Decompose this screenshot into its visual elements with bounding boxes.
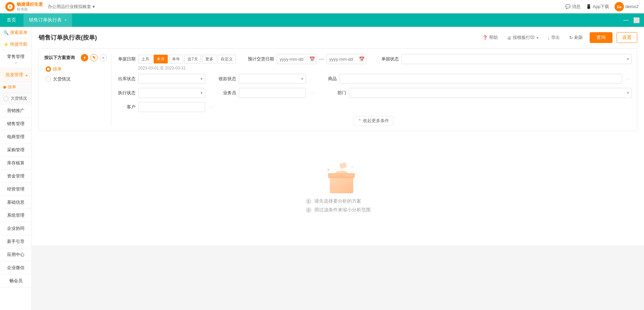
customer-input[interactable] xyxy=(138,102,205,112)
refresh-label: 刷新 xyxy=(574,35,583,41)
doc-status-select[interactable] xyxy=(401,54,632,64)
help-label: 帮助 xyxy=(489,35,498,41)
help-btn[interactable]: ❓ 帮助 xyxy=(480,33,500,42)
sidebar-item-marketing[interactable]: 营销推广 xyxy=(0,104,32,117)
sidebar-item-sales[interactable]: 销售管理 xyxy=(0,117,32,131)
filter-add-icon[interactable]: + xyxy=(81,54,88,61)
exec-status-select[interactable] xyxy=(138,88,205,98)
sidebar-item-weixin[interactable]: 企业微信 xyxy=(0,261,32,274)
sidebar-item-newbie[interactable]: 新手引导 xyxy=(0,235,32,248)
empty-tips: 1 请先选择要分析的方案 2 用过滤条件来缩小分析范围 xyxy=(306,198,371,213)
sidebar-quick-nav[interactable]: ⚡ 快捷导航 xyxy=(0,39,32,50)
header-right: 💬 消息 📱 App下载 Ea demo2 xyxy=(565,2,639,11)
sidebar-item-inventory[interactable]: 库存核算 xyxy=(0,157,32,170)
filter-side-panel: 按以下方案查询 + ✎ « xyxy=(44,54,632,125)
sidebar-operation-label: 经营管理 xyxy=(7,186,24,192)
breadcrumb-chevron-icon: ▾ xyxy=(93,4,95,9)
tab-minimize-icon[interactable]: — xyxy=(622,16,630,24)
receive-status-label: 收款状态 xyxy=(216,76,236,82)
filter-receive-status-field: 收款状态 xyxy=(216,74,306,84)
sidebar-item-system[interactable]: 系统管理 xyxy=(0,209,32,222)
message-label: 消息 xyxy=(572,4,581,10)
sidebar-subitem-order[interactable]: 按单 xyxy=(0,82,32,93)
tab-sales-order[interactable]: 销售订单执行表 × xyxy=(23,13,72,27)
app-download-btn[interactable]: 📱 App下载 xyxy=(586,4,609,10)
expected-date-start-wrap: 📅 xyxy=(277,54,317,64)
sidebar-item-member[interactable]: 畅会员 xyxy=(0,274,32,288)
page-title-bar: 销售订单执行表(按单) ❓ 帮助 🖨 按模板打印 ▾ ↓ 导出 xyxy=(39,32,637,43)
tab-home[interactable]: 首页 xyxy=(0,13,23,27)
date-tag-more[interactable]: 更多 xyxy=(202,55,216,63)
filter-customer-field: 客户 ··· xyxy=(115,102,215,112)
filter-expected-date-field: 预计交货日期 📅 — 📅 xyxy=(248,54,367,64)
home-tab-label: 首页 xyxy=(7,17,16,23)
filter-scheme-order[interactable]: 按单 xyxy=(44,64,107,74)
filter-edit-icon[interactable]: ✎ xyxy=(90,54,98,61)
logo-text: 畅捷通好生意 标准版 xyxy=(17,2,43,11)
product-label: 商品 xyxy=(317,76,337,82)
date-tag-this-year[interactable]: 本年 xyxy=(169,55,183,63)
breadcrumb-dropdown[interactable]: 办公用品行业模拟账套 ▾ xyxy=(46,3,97,10)
svg-point-0 xyxy=(47,68,50,70)
sidebar-item-operation[interactable]: 经营管理 xyxy=(0,183,32,196)
sidebar-subitem-debt-label: 欠货情况 xyxy=(11,96,27,101)
refresh-btn[interactable]: ↻ 刷新 xyxy=(567,33,586,42)
expected-date-end[interactable] xyxy=(326,54,367,64)
tab-maximize-icon[interactable]: ⬜ xyxy=(633,16,641,24)
filter-product-field: 商品 ··· xyxy=(317,74,632,84)
salesperson-more-icon[interactable]: ··· xyxy=(309,90,315,96)
date-tag-custom[interactable]: 自定义 xyxy=(218,55,236,63)
out-status-select[interactable] xyxy=(138,74,205,84)
sidebar-quick-label: 快捷导航 xyxy=(10,41,28,47)
tab-label: 销售订单执行表 xyxy=(29,17,62,23)
sidebar-item-finance[interactable]: 资金管理 xyxy=(0,170,32,183)
department-select[interactable] xyxy=(349,88,632,98)
out-status-select-wrap xyxy=(138,74,205,84)
message-icon: 💬 xyxy=(565,4,571,9)
avatar: Ea xyxy=(614,2,624,11)
receive-status-select[interactable] xyxy=(239,74,306,84)
message-btn[interactable]: 💬 消息 xyxy=(565,4,581,10)
sidebar-item-basic[interactable]: 基础信息 xyxy=(0,196,32,209)
print-dropdown-icon: ▾ xyxy=(537,36,538,40)
filter-scheme-debt[interactable]: 欠货情况 xyxy=(44,74,107,84)
tab-bar: 首页 销售订单执行表 × — ⬜ xyxy=(0,13,644,27)
tab-close-icon[interactable]: × xyxy=(64,18,67,22)
sidebar-subitem-debt[interactable]: 欠货情况 xyxy=(0,93,32,104)
print-btn[interactable]: 🖨 按模板打印 ▾ xyxy=(504,33,541,42)
sidebar-search[interactable]: 🔍 搜索菜单 xyxy=(0,27,32,39)
export-btn[interactable]: ↓ 导出 xyxy=(545,33,563,42)
top-header: 畅捷通好生意 标准版 办公用品行业模拟账套 ▾ 💬 消息 📱 App下载 Ea … xyxy=(0,0,644,13)
product-input[interactable] xyxy=(339,74,622,84)
sidebar-enterprise-label: 企业协同 xyxy=(7,225,24,231)
date-tag-7days[interactable]: 近7天 xyxy=(184,55,201,63)
query-button[interactable]: 查询 xyxy=(590,32,612,43)
filter-collapse-panel-icon[interactable]: « xyxy=(100,54,107,61)
refresh-icon: ↻ xyxy=(569,35,573,40)
sidebar-item-purchase[interactable]: 采购管理 xyxy=(0,144,32,157)
sidebar-item-retail[interactable]: 零售管理 ▾ xyxy=(0,50,32,68)
filter-section-title: 按以下方案查询 xyxy=(44,55,75,61)
settings-button[interactable]: 设置 xyxy=(616,32,637,43)
empty-icon: ✦ ✦ ✦ xyxy=(321,158,355,192)
filter-left-panel: 按以下方案查询 + ✎ « xyxy=(44,54,111,125)
sidebar-item-wholesale[interactable]: 批发管理 ▴ xyxy=(0,68,32,82)
date-tag-this-month[interactable]: 本月 xyxy=(154,55,168,63)
salesperson-input[interactable] xyxy=(239,88,306,98)
help-icon: ❓ xyxy=(482,35,488,40)
collapse-more-btn[interactable]: ⌃ 收起更多条件 xyxy=(354,116,393,125)
filter-exec-status-field: 执行状态 xyxy=(115,88,205,98)
sidebar-item-enterprise[interactable]: 企业协同 xyxy=(0,222,32,235)
expected-date-start[interactable] xyxy=(277,54,317,64)
date-tag-last-month[interactable]: 上月 xyxy=(138,55,152,63)
exec-status-label: 执行状态 xyxy=(115,90,136,96)
product-more-icon[interactable]: ··· xyxy=(625,76,632,82)
collapse-arrow-icon: ⌃ xyxy=(358,118,362,123)
sidebar-item-ecommerce[interactable]: 电商管理 xyxy=(0,131,32,144)
sidebar-ecommerce-label: 电商管理 xyxy=(7,134,24,140)
customer-more-icon[interactable]: ··· xyxy=(208,104,215,110)
sidebar-item-appcenter[interactable]: 应用中心 xyxy=(0,248,32,261)
user-profile-btn[interactable]: Ea demo2 xyxy=(614,2,639,11)
sidebar-wholesale-label: 批发管理 xyxy=(4,72,24,78)
logo-icon xyxy=(5,2,15,11)
